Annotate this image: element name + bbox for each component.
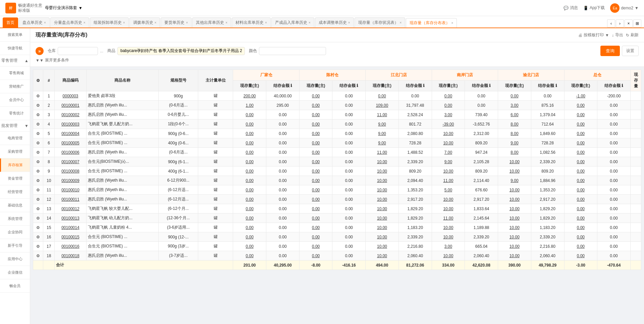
sidebar-item-guide[interactable]: 新手引导 [0,239,30,252]
row-jb-amt: 1,353.20 [398,185,432,195]
sidebar-item-wholesale[interactable]: 批发管理 ▼ [0,120,30,132]
user-area[interactable]: Ea demo2 ▼ [610,3,639,13]
sidebar-item-search[interactable]: 搜索英单 [0,28,30,42]
tab-product-inbound[interactable]: 产成品入库单历史 × [271,17,314,28]
row-settings[interactable]: ⚙ [33,120,43,129]
tab-close-icon[interactable]: × [400,21,402,25]
tab-close-icon[interactable]: × [44,21,46,25]
row-settings[interactable]: ⚙ [33,129,43,138]
sidebar-item-enterprise[interactable]: 企业协同 [0,226,30,239]
sidebar-item-retail-mall[interactable]: 零售商城 [0,66,30,80]
sidebar-item-quicknav[interactable]: 快捷导航 [0,42,30,55]
row-spec: 900g (6-1... [159,157,198,167]
refresh-btn[interactable]: ↻ 刷新 [626,32,639,38]
row-settings[interactable]: ⚙ [33,195,43,204]
tab-material[interactable]: 材料出库单历史 × [232,17,271,28]
tab-outbound[interactable]: 其他出库单历史 × [192,17,231,28]
col-settings[interactable]: ⚙ [33,70,43,91]
row-total-qty: 0.00 [564,157,597,167]
row-settings[interactable]: ⚙ [33,110,43,120]
tab-close-icon[interactable]: × [123,21,125,25]
query-button[interactable]: 查询 [600,46,620,56]
row-code: 00100018 [55,251,87,261]
expand-icon[interactable]: » [36,47,44,55]
row-total-amt: 0.00 [597,214,631,223]
sidebar-item-marketing[interactable]: 营销推广 [0,80,30,93]
tab-close-all-btn[interactable]: × [625,19,633,28]
tab-close-icon[interactable]: × [348,21,350,25]
row-settings[interactable]: ⚙ [33,176,43,185]
tab-expand-btn[interactable]: ⊞ [633,19,641,28]
row-c-qty: 0.00 [299,101,332,110]
app-download-btn[interactable]: 📱 App下载 [583,5,605,11]
row-f-amt: 0.00 [266,185,299,195]
row-settings[interactable]: ⚙ [33,204,43,214]
sidebar-item-retail[interactable]: 零售管理 ▲ [0,55,30,66]
sidebar-item-retail-stats[interactable]: 零售统计 [0,107,30,120]
row-settings[interactable]: ⚙ [33,214,43,223]
tab-close-icon[interactable]: × [451,21,453,25]
message-btn[interactable]: 💬 消息 [564,5,578,11]
expand-conditions-btn[interactable]: ▼▼ 展开更多条件 [36,57,639,63]
row-settings[interactable]: ⚙ [33,251,43,261]
tab-next-btn[interactable]: › [616,19,624,28]
row-c-qty: 0.00 [299,148,332,157]
row-settings[interactable]: ⚙ [33,242,43,251]
tab-home[interactable]: 首页 [3,17,18,28]
row-settings[interactable]: ⚙ [33,138,43,148]
row-settings[interactable]: ⚙ [33,148,43,157]
tab-close-icon[interactable]: × [155,21,157,25]
export-btn[interactable]: ↓ 导出 [612,32,623,38]
setting-button[interactable]: 设置 [622,46,639,56]
row-settings[interactable]: ⚙ [33,167,43,176]
row-f-qty: 0.00 [233,148,266,157]
print-btn[interactable]: 🖨 按模板打印 ▼ [578,32,609,38]
sidebar-item-member[interactable]: 畅会员 [0,279,30,293]
warehouse-input[interactable] [58,47,98,55]
page-title: 现存量查询(库存分布) [36,32,88,39]
sidebar-item-operations[interactable]: 经营管理 [0,185,30,199]
sidebar-item-members[interactable]: 会员中心 [0,93,30,107]
sidebar-item-purchase[interactable]: 采购管理 [0,145,30,158]
message-label: 消息 [570,5,578,11]
tab-assemble[interactable]: 组装拆卸单历史 × [90,17,129,28]
row-jb-amt: 1,829.20 [398,214,432,223]
tab-close-icon[interactable]: × [225,21,227,25]
tab-close-icon[interactable]: × [186,21,188,25]
row-name: 合生元 (BIOSTIME) ... [86,232,159,242]
sidebar-item-finance[interactable]: 资金管理 [0,172,30,185]
sidebar-item-inventory[interactable]: 库存核算 [0,158,30,172]
tab-close-icon[interactable]: × [84,21,86,25]
sidebar-item-wechat[interactable]: 企业微信 [0,266,30,279]
row-settings[interactable]: ⚙ [33,223,43,232]
tab-stock-status[interactable]: 现存量（库存状况表） × [355,17,406,28]
row-yb-amt: 1,379.04 [531,110,564,120]
tab-close-icon[interactable]: × [265,21,267,25]
print-icon: 🖨 [578,33,582,38]
tab-stock-distribution[interactable]: 现存量（库存分布表） × [406,18,457,28]
tab-cost-adjust[interactable]: 成本调整单历史 × [315,17,354,28]
sidebar-item-ecommerce[interactable]: 电商管理 [0,132,30,145]
color-input[interactable] [259,47,326,55]
table-area[interactable]: ⚙ # 商品编码 商品名称 规格型号 主计量单位 厂家仓 陈村仓 江北门店 南岸… [30,67,644,324]
row-settings[interactable]: ⚙ [33,185,43,195]
tab-transfer[interactable]: 调拨单历史 × [129,17,160,28]
company-dropdown[interactable]: 母婴行业演示陈套 ▼ [45,5,83,11]
sidebar-item-basics[interactable]: 基础信息 [0,199,30,212]
row-total-qty: 0.00 [564,110,597,120]
sidebar-item-system[interactable]: 系统管理 [0,212,30,226]
table-row: ⚙ 2 00100001 惠氏启胜 (Wyeth illu... (0-6月适.… [33,101,641,110]
row-settings[interactable]: ⚙ [33,157,43,167]
row-settings[interactable]: ⚙ [33,232,43,242]
tab-prev-btn[interactable]: ‹ [607,19,615,28]
sidebar-item-apps[interactable]: 应用中心 [0,252,30,266]
tab-分量[interactable]: 分量盘点单历史 × [50,17,89,28]
row-settings[interactable]: ⚙ [33,101,43,110]
tab-inventory-check[interactable]: 盘点单历史 × [19,17,50,28]
tab-close-icon[interactable]: × [309,21,311,25]
filter-expand-btn[interactable]: » [36,47,44,55]
row-f-qty: 0.00 [233,110,266,120]
goods-input[interactable] [117,47,245,55]
row-settings[interactable]: ⚙ [33,91,43,101]
tab-order[interactable]: 要货单历史 × [161,17,192,28]
